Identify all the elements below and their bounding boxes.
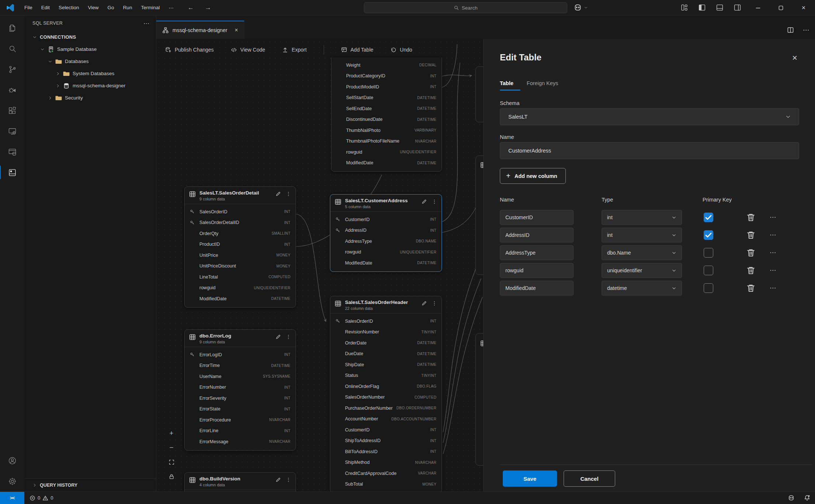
customize-layout-icon[interactable] (680, 4, 688, 11)
query-history-section[interactable]: QUERY HISTORY (24, 478, 156, 491)
copilot-menu[interactable] (574, 3, 588, 12)
delete-column-icon[interactable] (746, 230, 756, 240)
kebab-icon[interactable] (286, 477, 291, 483)
pencil-icon[interactable] (421, 199, 427, 204)
menu-run[interactable]: Run (119, 2, 137, 13)
problems-status[interactable]: 0 0 (29, 495, 53, 501)
primary-key-checkbox[interactable] (704, 283, 713, 293)
menu-terminal[interactable]: Terminal (136, 2, 164, 13)
column-more-actions-icon[interactable]: ⋯ (767, 228, 779, 241)
menu-go[interactable]: Go (103, 2, 119, 13)
notifications-bell-icon[interactable] (804, 494, 811, 501)
column-name-input[interactable] (500, 263, 574, 278)
primary-key-checkbox[interactable] (704, 266, 713, 275)
table-node-salesorderheader[interactable]: SalesLT.SalesOrderHeader22 column dataSa… (330, 296, 442, 491)
lock-icon[interactable] (167, 472, 176, 481)
column-name-input[interactable] (500, 281, 574, 295)
zoom-in-button[interactable]: + (167, 428, 176, 438)
activity-settings[interactable] (0, 471, 24, 491)
menu-file[interactable]: File (20, 2, 37, 13)
activity-sql-server-connections[interactable] (0, 141, 24, 162)
column-type-dropdown[interactable]: datetime (602, 281, 682, 295)
kebab-icon[interactable] (286, 191, 291, 197)
remote-indicator[interactable]: >< (0, 492, 24, 504)
activity-explorer[interactable] (0, 18, 24, 38)
menu-overflow[interactable]: ⋯ (164, 2, 178, 13)
primary-key-checkbox[interactable] (704, 230, 713, 240)
panel-tab-foreign-keys[interactable]: Foreign Keys (527, 80, 558, 91)
activity-search[interactable] (0, 38, 24, 59)
panel-close-icon[interactable]: × (789, 52, 800, 63)
add-new-column-button[interactable]: + Add new column (500, 168, 566, 184)
tree-item-system-databases[interactable]: System Databases (24, 67, 156, 80)
pencil-icon[interactable] (275, 477, 281, 483)
column-more-actions-icon[interactable]: ⋯ (767, 211, 779, 223)
column-name-input[interactable] (500, 210, 574, 225)
column-more-actions-icon[interactable]: ⋯ (767, 264, 779, 276)
delete-column-icon[interactable] (746, 213, 756, 222)
column-type-dropdown[interactable]: dbo.Name (602, 245, 682, 260)
copilot-status-icon[interactable] (788, 494, 795, 501)
column-type-dropdown[interactable]: int (602, 210, 682, 225)
column-type-dropdown[interactable]: uniqueidentifier (602, 263, 682, 278)
split-editor-icon[interactable] (787, 27, 794, 34)
activity-run-debug[interactable] (0, 80, 24, 100)
menu-edit[interactable]: Edit (37, 2, 54, 13)
activity-account[interactable] (0, 450, 24, 471)
add-table-button[interactable]: Add Table (341, 47, 373, 53)
toggle-primary-sidebar-icon[interactable] (698, 4, 706, 11)
column-more-actions-icon[interactable]: ⋯ (767, 246, 779, 259)
kebab-icon[interactable] (432, 199, 437, 204)
column-name-input[interactable] (500, 245, 574, 260)
delete-column-icon[interactable] (746, 248, 756, 258)
tree-item-databases[interactable]: Databases (24, 55, 156, 67)
table-node-salesorderdetail[interactable]: SalesLT.SalesOrderDetail9 column dataSal… (184, 186, 296, 308)
pencil-icon[interactable] (275, 191, 281, 197)
save-button[interactable]: Save (503, 470, 557, 487)
undo-button[interactable]: Undo (390, 47, 412, 53)
tab-close-icon[interactable]: × (235, 27, 238, 34)
table-node-buildversion[interactable]: dbo.BuildVersion4 column data (184, 472, 296, 491)
tree-item-mssql-schema-designer[interactable]: mssql-schema-designer (24, 80, 156, 92)
primary-key-checkbox[interactable] (704, 248, 713, 258)
pencil-icon[interactable] (421, 301, 427, 306)
delete-column-icon[interactable] (746, 283, 756, 293)
tree-item-sample-database[interactable]: Sample Database (24, 43, 156, 55)
menu-view[interactable]: View (84, 2, 103, 13)
kebab-icon[interactable] (286, 334, 291, 340)
pencil-icon[interactable] (275, 334, 281, 340)
tree-item-connections[interactable]: CONNECTIONS (24, 31, 156, 43)
delete-column-icon[interactable] (746, 266, 756, 275)
zoom-out-button[interactable]: − (167, 443, 176, 452)
schema-dropdown[interactable]: SalesLT (500, 108, 799, 125)
table-node-errorlog[interactable]: dbo.ErrorLog9 column dataErrorLogIDINTEr… (184, 329, 296, 451)
column-more-actions-icon[interactable]: ⋯ (767, 281, 779, 294)
fit-view-icon[interactable] (167, 457, 176, 467)
editor-more-actions-icon[interactable]: ⋯ (803, 26, 809, 34)
activity-extensions[interactable] (0, 100, 24, 121)
table-node-customeraddress[interactable]: SalesLT.CustomerAddress5 column dataCust… (330, 194, 442, 272)
table-name-input[interactable] (500, 142, 799, 159)
publish-changes-button[interactable]: Publish Changes (165, 47, 214, 53)
close-icon[interactable]: × (792, 0, 815, 15)
more-actions-icon[interactable]: ⋯ (143, 20, 150, 27)
maximize-icon[interactable] (769, 0, 792, 15)
minimize-icon[interactable] (746, 0, 769, 15)
menu-selection[interactable]: Selection (54, 2, 84, 13)
search-box[interactable]: Search (364, 2, 567, 13)
nav-forward-icon[interactable]: → (205, 4, 211, 11)
cancel-button[interactable]: Cancel (564, 470, 615, 487)
panel-tab-table[interactable]: Table (500, 80, 513, 91)
kebab-icon[interactable] (432, 301, 437, 306)
tree-item-security[interactable]: Security (24, 92, 156, 104)
tab-mssql-schema-designer[interactable]: mssql-schema-designer × (156, 21, 244, 39)
activity-source-control[interactable] (0, 59, 24, 80)
column-type-dropdown[interactable]: int (602, 228, 682, 242)
table-node-product-partial[interactable]: WeightDECIMALProductCategoryIDINTProduct… (331, 57, 442, 172)
nav-back-icon[interactable]: ← (188, 4, 194, 11)
column-name-input[interactable] (500, 228, 574, 242)
export-button[interactable]: Export (282, 47, 306, 53)
primary-key-checkbox[interactable] (704, 213, 713, 222)
view-code-button[interactable]: View Code (231, 47, 265, 53)
activity-remote-explorer[interactable] (0, 121, 24, 141)
